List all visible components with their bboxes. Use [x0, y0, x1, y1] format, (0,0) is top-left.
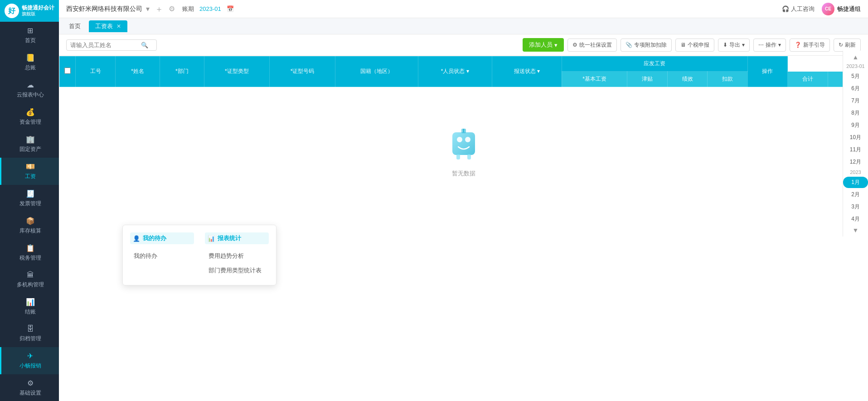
- headset-icon: 🎧: [782, 5, 789, 12]
- col-status[interactable]: *人员状态 ▾: [418, 56, 492, 87]
- tabbar: 首页 工资表 ✕: [59, 18, 868, 34]
- sidebar-item-fund[interactable]: 💰 资金管理: [0, 103, 59, 130]
- operation-icon: ⋯: [758, 42, 764, 48]
- col-base-salary: *基本工资: [562, 72, 627, 87]
- no-data-text: 暂无数据: [452, 169, 475, 178]
- social-insurance-label: 统一社保设置: [579, 41, 612, 49]
- search-input[interactable]: [70, 42, 138, 48]
- special-deduction-btn[interactable]: 📎 专项附加扣除: [621, 39, 672, 52]
- sidebar-item-inventory[interactable]: 📦 库存核算: [0, 212, 59, 239]
- tax-report-btn[interactable]: 🖥 个税申报: [675, 39, 714, 52]
- fixed-assets-icon: 🏢: [26, 135, 35, 144]
- timeline-month-7[interactable]: 7月: [843, 95, 868, 106]
- tab-home[interactable]: 首页: [63, 20, 87, 32]
- sidebar-nav: ⊞ 首页 📒 总账 ☁ 云报表中心 💰 资金管理 🏢 固定资产 💴 工资 🧾 发…: [0, 22, 59, 401]
- tax-report-icon: 🖥: [680, 42, 686, 48]
- guide-label: 新手引导: [803, 41, 825, 49]
- add-person-btn[interactable]: 添加人员 ▾: [523, 38, 564, 52]
- timeline-month-6[interactable]: 6月: [843, 83, 868, 94]
- timeline-up-icon[interactable]: ▲: [853, 53, 859, 62]
- col-operation: 操作: [747, 56, 787, 87]
- topbar-right: 🎧 人工咨询 CE 畅捷通组: [782, 3, 861, 15]
- col-id-num: *证型号码: [270, 56, 335, 87]
- report-filter-icon[interactable]: ▾: [537, 68, 540, 74]
- ledger-icon: 📒: [26, 53, 35, 62]
- sidebar-item-label: 基础设置: [19, 389, 41, 397]
- calendar-icon[interactable]: 📅: [227, 5, 234, 12]
- timeline-month-10[interactable]: 10月: [843, 132, 868, 143]
- timeline-month-2023-2[interactable]: 2月: [843, 189, 868, 200]
- cloud-icon: ☁: [27, 81, 34, 89]
- fund-icon: 💰: [26, 108, 35, 116]
- social-insurance-icon: ⚙: [572, 42, 577, 48]
- col-deduction: 扣款: [708, 72, 747, 87]
- sidebar-item-xiao-chang[interactable]: ✈ 小畅报销: [0, 347, 59, 374]
- search-icon: 🔍: [141, 42, 148, 48]
- sidebar-item-ledger[interactable]: 📒 总账: [0, 49, 59, 76]
- timeline: ▲ 2023-01 5月 6月 7月 8月 9月 10月 11月 12月 202…: [843, 51, 868, 237]
- refresh-icon: ↻: [839, 42, 843, 48]
- user-name: 畅捷通组: [837, 5, 861, 13]
- tab-salary[interactable]: 工资表 ✕: [89, 20, 127, 32]
- timeline-month-8[interactable]: 8月: [843, 107, 868, 119]
- export-btn[interactable]: ⬇ 导出 ▾: [718, 39, 750, 52]
- social-insurance-btn[interactable]: ⚙ 统一社保设置: [567, 39, 617, 52]
- tab-close-icon[interactable]: ✕: [116, 23, 121, 29]
- timeline-2023-label: 2023: [850, 169, 861, 176]
- sidebar-item-cloud-report[interactable]: ☁ 云报表中心: [0, 76, 59, 103]
- sidebar-item-salary[interactable]: 💴 工资: [0, 158, 59, 185]
- archive-icon: 🗄: [27, 325, 34, 333]
- timeline-month-12[interactable]: 12月: [843, 156, 868, 168]
- sidebar-item-multi-org[interactable]: 🏛 多机构管理: [0, 266, 59, 293]
- help-btn[interactable]: 🎧 人工咨询: [782, 5, 815, 13]
- timeline-month-2023-1[interactable]: 1月: [843, 177, 868, 188]
- company-dropdown-icon[interactable]: ▾: [146, 5, 150, 13]
- settings-icon[interactable]: ⚙: [169, 5, 175, 13]
- guide-icon: ❓: [795, 42, 801, 48]
- sidebar-item-settlement[interactable]: 📊 结账: [0, 293, 59, 320]
- salary-table: 工号 *姓名 *部门 *证型类型 *证型号码 国籍（地区） *人员状态 ▾ 报送…: [59, 56, 868, 87]
- tax-icon: 📋: [26, 244, 35, 252]
- col-checkbox[interactable]: [59, 56, 76, 87]
- sidebar-item-archive[interactable]: 🗄 归档管理: [0, 320, 59, 347]
- timeline-down-icon[interactable]: ▼: [853, 226, 859, 235]
- sidebar-item-fixed-assets[interactable]: 🏢 固定资产: [0, 130, 59, 158]
- app-logo: 好 畅捷通好会计 旗舰版: [0, 0, 59, 22]
- sidebar: 好 畅捷通好会计 旗舰版 ⊞ 首页 📒 总账 ☁ 云报表中心 💰 资金管理 🏢 …: [0, 0, 59, 401]
- timeline-month-2023-3[interactable]: 3月: [843, 201, 868, 213]
- col-report-status[interactable]: 报送状态 ▾: [492, 56, 562, 87]
- menu-col-2: 📊 报表统计 费用趋势分析 部门费用类型统计表: [205, 232, 269, 278]
- period-value[interactable]: 2023-01: [199, 5, 221, 12]
- timeline-month-5[interactable]: 5月: [843, 71, 868, 82]
- guide-btn[interactable]: ❓ 新手引导: [790, 39, 830, 52]
- tax-report-label: 个税申报: [688, 41, 709, 49]
- filter-icon[interactable]: ▾: [466, 68, 469, 74]
- search-box[interactable]: 🔍: [66, 39, 157, 51]
- sidebar-item-invoice[interactable]: 🧾 发票管理: [0, 185, 59, 212]
- timeline-month-9[interactable]: 9月: [843, 120, 868, 131]
- timeline-month-2023-4[interactable]: 4月: [843, 213, 868, 225]
- col-allowance: 津贴: [627, 72, 667, 87]
- menu-item-my-todo[interactable]: 我的待办: [130, 249, 194, 263]
- timeline-month-11[interactable]: 11月: [843, 144, 868, 155]
- svg-rect-2: [465, 137, 470, 142]
- col-payable-group: 应发工资: [562, 56, 747, 72]
- sidebar-item-label: 归档管理: [19, 335, 41, 343]
- select-all-checkbox[interactable]: [64, 68, 71, 74]
- add-person-label: 添加人员: [529, 41, 553, 49]
- avatar[interactable]: CE: [822, 3, 834, 15]
- sidebar-item-tax[interactable]: 📋 税务管理: [0, 239, 59, 266]
- export-dropdown-icon: ▾: [742, 42, 745, 48]
- menu-item-expense-trend[interactable]: 费用趋势分析: [205, 249, 269, 263]
- toolbar-right: 添加人员 ▾ ⚙ 统一社保设置 📎 专项附加扣除 🖥 个税申报 ⬇ 导出: [523, 38, 861, 52]
- add-company-icon[interactable]: ＋: [155, 4, 163, 14]
- company-name: 西安虾米网络科技有限公司: [66, 5, 142, 13]
- xiaochang-dropdown: 👤 我的待办 我的待办 📊 报表统计 费用趋势分析 部门费用类型统计表: [122, 225, 276, 285]
- svg-rect-0: [452, 132, 475, 155]
- refresh-btn[interactable]: ↻ 刷新: [834, 39, 861, 52]
- operation-btn[interactable]: ⋯ 操作 ▾: [753, 39, 786, 52]
- sidebar-item-label: 首页: [25, 37, 36, 44]
- sidebar-item-home[interactable]: ⊞ 首页: [0, 22, 59, 49]
- menu-item-dept-expense[interactable]: 部门费用类型统计表: [205, 263, 269, 278]
- sidebar-item-basic-settings[interactable]: ⚙ 基础设置: [0, 374, 59, 401]
